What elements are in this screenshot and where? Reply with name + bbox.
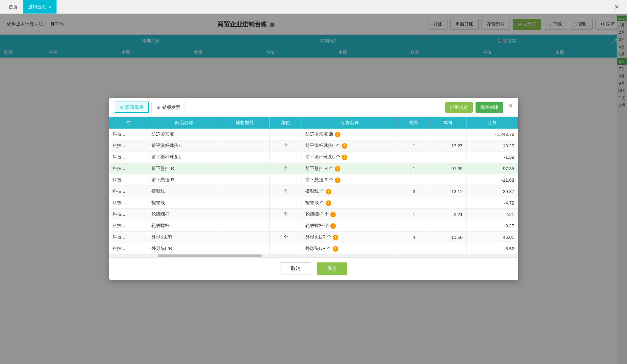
tab-sales-icon: ⊡ <box>157 105 160 110</box>
th-price: 单价 <box>430 117 466 129</box>
table-row[interactable]: 科技...前平衡杆球头L前平衡杆球头L 个 !-1.59 <box>109 151 518 163</box>
tab-sales-invoice[interactable]: ⊡ 销项发票 <box>151 102 185 113</box>
modal-footer: 取消 保存 <box>109 257 518 280</box>
th-unit: 单位 <box>270 117 302 129</box>
th-qty: 数量 <box>398 117 430 129</box>
warning-icon: ! <box>326 189 331 194</box>
scrollbar-thumb[interactable] <box>158 254 262 257</box>
tab-label: 进销台账 <box>28 4 46 10</box>
window-close-icon: ✕ <box>614 3 619 11</box>
table-row[interactable]: 科技...外球头L/R个外球头L/R 个 !411.5046.01 <box>109 232 518 243</box>
window-close-button[interactable]: ✕ <box>610 0 624 14</box>
cancel-button[interactable]: 取消 <box>280 262 311 275</box>
tab-income-label: 进项发票 <box>125 104 143 110</box>
modal-overlay: ⊙ 进项发票 ⊡ 销项发票 批量指定 批量创建 × <box>0 14 627 364</box>
active-tab[interactable]: 进销台账 × <box>23 0 56 14</box>
th-product-name: 商品名称 <box>148 117 220 129</box>
warning-icon: ! <box>335 177 340 183</box>
modal-header-actions: 批量指定 批量创建 × <box>445 102 513 113</box>
table-row[interactable]: 科技...前下悬挂 R前下悬挂 R 个 !-11.68 <box>109 174 518 186</box>
main-area: 销售成本计算方法： 月平均 商贸企业进销台账 ▦ 对账 重新开账 存货别名 生成… <box>0 14 627 364</box>
warning-icon: ! <box>342 143 347 149</box>
th-amount: 金额 <box>466 117 518 129</box>
warning-icon: ! <box>335 166 340 172</box>
save-button[interactable]: 保存 <box>317 262 347 275</box>
tab-close-icon[interactable]: × <box>49 5 51 9</box>
batch-assign-button[interactable]: 批量指定 <box>445 102 473 113</box>
tab-income-invoice[interactable]: ⊙ 进项发票 <box>115 102 149 113</box>
th-inventory-name: 存货名称 <box>302 117 398 129</box>
tab-sales-label: 销项发票 <box>162 104 180 111</box>
modal-close-button[interactable]: × <box>509 102 513 113</box>
table-row[interactable]: 科技...轮毂螺杆个轮毂螺杆 个 !12.212.21 <box>109 209 518 220</box>
modal-dialog: ⊙ 进项发票 ⊡ 销项发票 批量指定 批量创建 × <box>109 98 518 280</box>
modal-table-wrapper: 你 商品名称 规格型号 单位 存货名称 数量 单价 金额 科技...防冻冷却液防… <box>109 117 518 254</box>
warning-icon: ! <box>333 235 338 240</box>
tab-income-icon: ⊙ <box>120 105 124 110</box>
table-row[interactable]: 科技...防冻冷却液防冻冷却液 瓶 !-1,243.76 <box>109 129 518 140</box>
home-label: 首页 <box>9 4 18 10</box>
warning-icon: ! <box>330 212 336 217</box>
warning-icon: ! <box>330 223 336 229</box>
home-tab[interactable]: 首页 <box>3 0 23 14</box>
table-row[interactable]: 科技...外球头L/R外球头L/R 个 !-5.52 <box>109 243 518 254</box>
th-spec: 规格型号 <box>220 117 270 129</box>
warning-icon: ! <box>326 200 331 206</box>
batch-create-button[interactable]: 批量创建 <box>476 102 503 113</box>
table-row[interactable]: 科技...报警线报警线 个 !-4.72 <box>109 197 518 209</box>
table-row[interactable]: 科技...报警线个报警线 个 !313.1239.37 <box>109 186 518 197</box>
warning-icon: ! <box>335 132 340 137</box>
table-row[interactable]: 科技...前平衡杆球头L个前平衡杆球头L 个 !113.2713.27 <box>109 140 518 151</box>
table-row[interactable]: 科技...轮毂螺杆轮毂螺杆 个 !-0.27 <box>109 220 518 232</box>
invoice-table: 你 商品名称 规格型号 单位 存货名称 数量 单价 金额 科技...防冻冷却液防… <box>109 117 518 254</box>
modal-header: ⊙ 进项发票 ⊡ 销项发票 批量指定 批量创建 × <box>109 98 518 117</box>
th-supplier: 你 <box>109 117 148 129</box>
warning-icon: ! <box>342 155 347 160</box>
table-row[interactable]: 科技...前下悬挂 R个前下悬挂 R 个 !197.3597.35 <box>109 163 518 174</box>
top-bar: 首页 进销台账 × ✕ <box>0 0 627 14</box>
table-header-row: 你 商品名称 规格型号 单位 存货名称 数量 单价 金额 <box>109 117 518 129</box>
modal-horizontal-scrollbar[interactable] <box>109 254 518 257</box>
warning-icon: ! <box>333 246 338 252</box>
